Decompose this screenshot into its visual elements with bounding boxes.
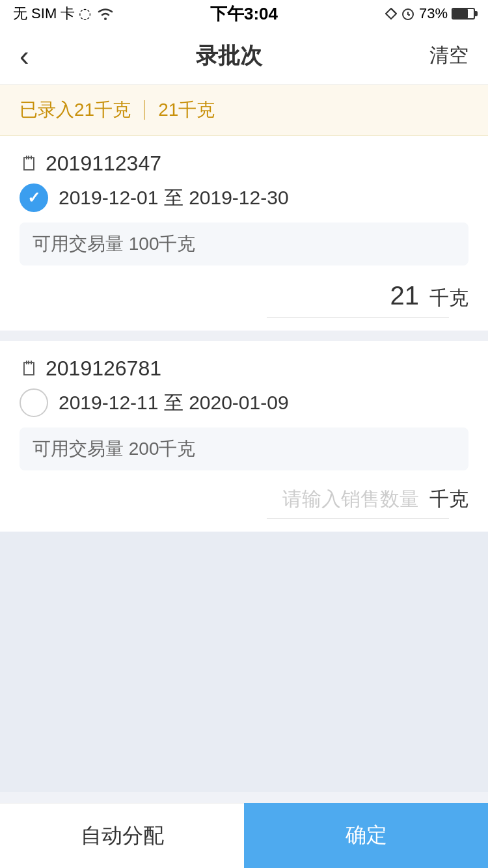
summary-entered-label: 已录入21千克 [20, 98, 131, 122]
status-left: 无 SIM 卡 ◌ [13, 4, 115, 23]
batch2-doc-icon: 🗒 [20, 358, 39, 380]
batch2-id: 2019126781 [46, 357, 161, 381]
batch2-quantity-placeholder: 请输入销售数量 [282, 486, 419, 513]
batch2-id-row: 🗒 2019126781 [20, 357, 468, 381]
clear-button[interactable]: 清空 [429, 42, 468, 69]
status-right: 73% [385, 5, 475, 22]
summary-value: 21千克 [158, 98, 215, 122]
batch1-date-row: 2019-12-01 至 2019-12-30 [20, 183, 468, 212]
batch2-available: 可用交易量 200千克 [20, 427, 468, 470]
footer: 自动分配 确定 [0, 803, 488, 868]
status-time: 下午3:04 [210, 3, 278, 25]
back-button[interactable]: ‹ [20, 40, 29, 72]
batch1-input-divider [267, 317, 449, 318]
auto-distribute-button[interactable]: 自动分配 [0, 803, 244, 868]
batch1-doc-icon: 🗒 [20, 153, 39, 175]
confirm-label: 确定 [346, 821, 387, 850]
svg-point-0 [104, 18, 107, 20]
batch1-date: 2019-12-01 至 2019-12-30 [59, 185, 289, 211]
location-icon [385, 8, 397, 20]
page-title: 录批次 [196, 41, 262, 71]
batch2-unit: 千克 [429, 486, 468, 513]
bottom-empty-area [0, 532, 488, 792]
nav-bar: ‹ 录批次 清空 [0, 27, 488, 85]
wifi-icon [96, 7, 115, 21]
confirm-button[interactable]: 确定 [244, 803, 488, 868]
batch2-date-row: 2019-12-11 至 2020-01-09 [20, 388, 468, 417]
batch-item-2: 🗒 2019126781 2019-12-11 至 2020-01-09 可用交… [0, 341, 488, 532]
batch2-date: 2019-12-11 至 2020-01-09 [59, 390, 289, 416]
batch-item-1: 🗒 2019112347 2019-12-01 至 2019-12-30 可用交… [0, 136, 488, 331]
battery-icon [452, 8, 475, 20]
auto-distribute-label: 自动分配 [81, 822, 164, 850]
alarm-icon [401, 7, 415, 21]
section-divider-1 [0, 331, 488, 341]
batch1-available: 可用交易量 100千克 [20, 223, 468, 265]
battery-percent: 73% [419, 5, 448, 22]
summary-bar: 已录入21千克 21千克 [0, 85, 488, 136]
sim-label: 无 SIM 卡 ◌ [13, 4, 91, 23]
batch1-unit: 千克 [429, 285, 468, 312]
status-bar: 无 SIM 卡 ◌ 下午3:04 73% [0, 0, 488, 27]
batch1-quantity-wrapper: 21 千克 [0, 281, 488, 331]
batch2-input-divider [267, 518, 449, 519]
summary-divider [144, 100, 145, 120]
batch2-radio[interactable] [20, 388, 48, 417]
batch2-quantity-wrapper: 请输入销售数量 千克 [0, 486, 488, 532]
batch1-id-row: 🗒 2019112347 [20, 152, 468, 176]
batch1-quantity-value: 21 [390, 281, 420, 310]
batch1-id: 2019112347 [46, 152, 161, 176]
batch1-radio[interactable] [20, 183, 48, 212]
